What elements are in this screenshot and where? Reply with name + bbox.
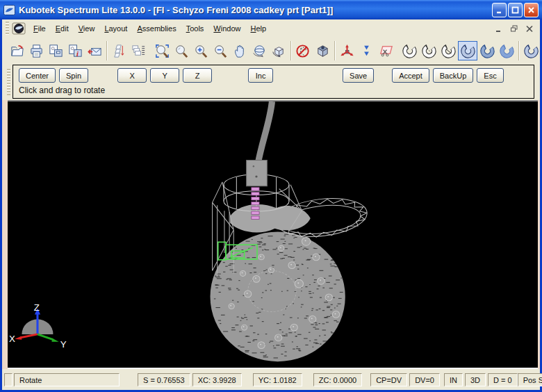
menu-assemblies[interactable]: Assemblies — [132, 22, 181, 35]
zoom-select-icon[interactable] — [172, 41, 191, 60]
render-extra-icon[interactable] — [521, 41, 540, 60]
close-button[interactable] — [524, 3, 539, 17]
maximize-button[interactable] — [508, 3, 523, 17]
spring-highlight — [252, 188, 259, 220]
mdi-restore-button[interactable] — [507, 23, 520, 34]
status-cell-dim: 3D — [465, 373, 486, 386]
clip-plane-icon[interactable] — [376, 41, 395, 60]
prompt-button-group: AcceptBackUpEsc — [392, 68, 504, 83]
center-button[interactable]: Center — [19, 68, 56, 83]
axis-label-x: X — [9, 334, 15, 344]
status-cell-xc: XC: 3.9928 — [192, 373, 242, 386]
sphere-body — [210, 232, 345, 362]
menu-bar: FileEditViewLayoutAssembliesToolsWindowH… — [2, 19, 540, 38]
prompt-button-group: Save — [343, 68, 374, 83]
status-cell-units: IN — [444, 373, 463, 386]
arrow-down-icon[interactable] — [356, 41, 376, 60]
viewport-row: X Y Z — [2, 100, 540, 369]
minimize-button[interactable] — [492, 3, 507, 17]
mdi-window-controls — [492, 23, 539, 34]
zoom-window-icon[interactable] — [152, 41, 172, 60]
save-button[interactable]: Save — [343, 68, 374, 83]
rotate-cube-icon[interactable] — [269, 41, 288, 60]
prompt-buttons: CenterSpinXYZIncSaveAcceptBackUpEsc — [19, 68, 529, 83]
render-flat-icon[interactable] — [477, 41, 497, 60]
menu-items: FileEditViewLayoutAssembliesToolsWindowH… — [28, 22, 271, 35]
rod — [258, 101, 272, 164]
no-spin-icon[interactable] — [293, 41, 313, 60]
top-box — [247, 160, 268, 186]
menubar-grip[interactable] — [6, 22, 9, 35]
menu-file[interactable]: File — [28, 22, 51, 35]
prompt-button-group: XYZ — [117, 68, 212, 83]
menu-view[interactable]: View — [74, 22, 100, 35]
print-icon[interactable] — [26, 41, 46, 60]
menu-tools[interactable]: Tools — [181, 22, 209, 35]
part-info-icon[interactable]: i — [65, 41, 85, 60]
prompt-button-group: CenterSpin — [19, 68, 88, 83]
levels-icon[interactable] — [109, 41, 129, 60]
menu-window[interactable]: Window — [208, 22, 245, 35]
send-mail-icon[interactable] — [85, 41, 104, 60]
toolbar-sep — [518, 41, 519, 60]
render-shaded-edges-icon[interactable] — [458, 41, 477, 60]
zoom-out-icon[interactable] — [211, 41, 230, 60]
prompt-grip[interactable] — [7, 69, 10, 95]
toolbar: i — [2, 38, 540, 64]
viewport[interactable]: X Y Z — [8, 100, 538, 369]
render-smooth-icon[interactable] — [497, 41, 516, 60]
status-lead-cell — [4, 373, 13, 386]
axes-triad-icon[interactable] — [337, 41, 356, 60]
zoom-in-icon[interactable] — [191, 41, 211, 60]
status-cell-mode: Rotate — [14, 373, 120, 386]
window-title: Kubotek Spectrum Lite 13.0.0 - [FI - Sch… — [19, 5, 491, 15]
svg-text:i: i — [76, 49, 78, 57]
status-cell-scale: S = 0.76553 — [138, 373, 190, 386]
open-file-icon[interactable] — [7, 41, 26, 60]
axis-label-y: Y — [60, 339, 67, 350]
toolbar-sep — [106, 41, 107, 60]
title-bar[interactable]: Kubotek Spectrum Lite 13.0.0 - [FI - Sch… — [0, 0, 542, 19]
prompt-row: CenterSpinXYZIncSaveAcceptBackUpEsc Clic… — [2, 64, 540, 100]
render-hidden-solid-icon[interactable] — [438, 41, 458, 60]
z-button[interactable]: Z — [183, 68, 212, 83]
render-wireframe-icon[interactable] — [400, 41, 419, 60]
status-cell-yc: YC: 1.0182 — [253, 373, 302, 386]
menu-layout[interactable]: Layout — [99, 22, 132, 35]
render-hidden-dashed-icon[interactable] — [419, 41, 438, 60]
app-window: Kubotek Spectrum Lite 13.0.0 - [FI - Sch… — [0, 0, 542, 392]
x-button[interactable]: X — [117, 68, 147, 83]
mdi-close-button[interactable] — [523, 23, 536, 34]
accept-button[interactable]: Accept — [392, 68, 429, 83]
viewport-left-strip — [2, 100, 8, 369]
axis-triad: X Y Z — [9, 302, 67, 350]
mdi-minimize-button[interactable] — [492, 23, 505, 34]
status-bar: RotateS = 0.76553XC: 3.9928YC: 1.0182ZC:… — [2, 369, 540, 390]
inc-button[interactable]: Inc — [248, 68, 273, 83]
entity-list-icon[interactable] — [129, 41, 148, 60]
backup-button[interactable]: BackUp — [433, 68, 474, 83]
esc-button[interactable]: Esc — [477, 68, 503, 83]
viewport-right-strip — [538, 100, 540, 369]
view-rotate-icon[interactable] — [249, 41, 269, 60]
status-cell-zc: ZC: 0.0000 — [313, 373, 362, 386]
pan-icon[interactable] — [230, 41, 249, 60]
status-cell-cp: CP=DV — [370, 373, 407, 386]
status-cell-depth: D = 0 — [488, 373, 518, 386]
toolbar-sep — [290, 41, 291, 60]
status-cell-dv: DV=0 — [409, 373, 440, 386]
menu-help[interactable]: Help — [246, 22, 272, 35]
3d-model-scene: X Y Z — [8, 101, 538, 368]
menu-edit[interactable]: Edit — [51, 22, 74, 35]
app-icon — [3, 5, 15, 15]
shaded-view-icon[interactable] — [313, 41, 332, 60]
save-part-icon[interactable] — [46, 41, 65, 60]
titlebar-controls — [491, 3, 539, 17]
prompt-button-group: Inc — [248, 68, 273, 83]
spin-button[interactable]: Spin — [59, 68, 88, 83]
prompt-panel: CenterSpinXYZIncSaveAcceptBackUpEsc Clic… — [13, 65, 534, 99]
prompt-message: Click and drag to rotate — [19, 85, 529, 95]
status-cell-pos-snap: Pos Snap — [518, 373, 542, 386]
y-button[interactable]: Y — [150, 68, 179, 83]
document-menu-icon[interactable] — [12, 22, 26, 35]
